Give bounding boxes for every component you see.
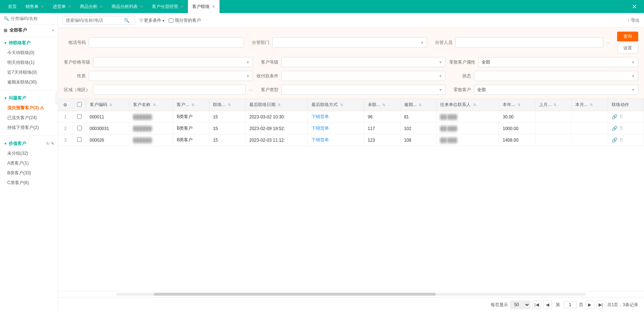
my-customers-checkbox[interactable] [169, 18, 173, 23]
col-header-settings[interactable]: ⚙ [58, 99, 73, 111]
row-checkbox[interactable] [77, 126, 82, 130]
tab-purchase[interactable]: 进货单 ✕ [48, 0, 76, 13]
sort-type[interactable]: ⇅ [192, 103, 194, 107]
sidebar-all-customers[interactable]: ⊞ 全部客户 « [0, 24, 58, 37]
row-year-amount: 1408.00 [499, 134, 535, 146]
close-tab-customer-segment[interactable]: ✕ [180, 4, 184, 9]
sort-last-date[interactable]: ⇅ [278, 103, 281, 107]
sidebar-item-overdue[interactable]: 逾期未联络(30) [0, 77, 58, 87]
sidebar-item-tomorrow[interactable]: 明天待联络(1) [0, 58, 58, 68]
select-all-checkbox[interactable] [77, 102, 82, 107]
sort-last-method[interactable]: ⇅ [340, 103, 343, 107]
zero-attr-select[interactable]: 全部 ▼ [478, 57, 638, 67]
dept-select[interactable]: ▼ [272, 37, 427, 48]
sidebar-item-class-c[interactable]: C类客户(6) [0, 178, 58, 188]
tab-analysis[interactable]: 商品分析 ✕ [76, 0, 107, 13]
person-select[interactable] [455, 37, 603, 48]
region-select[interactable] [93, 85, 246, 95]
status-select[interactable]: ▼ [474, 71, 638, 81]
window-close-button[interactable]: ✕ [628, 3, 640, 10]
close-tab-analysis-list[interactable]: ✕ [140, 4, 143, 9]
zero-customer-select[interactable]: 全部 ▼ [474, 85, 638, 95]
section-title-pending[interactable]: ▼ 待联络客户 [0, 38, 58, 48]
sidebar-search-box[interactable]: 🔍 [0, 13, 58, 24]
sort-year[interactable]: ⇅ [518, 103, 520, 107]
sidebar-item-ungrouped[interactable]: 未分组(32) [0, 149, 58, 158]
tab-customer-segment[interactable]: 客户分层经营 ✕ [148, 0, 188, 13]
sort-last-month[interactable]: ⇅ [554, 103, 556, 107]
tab-customer-contact[interactable]: 客户联络 ✕ [188, 0, 220, 13]
row-checkbox[interactable] [77, 137, 82, 142]
tab-analysis-list[interactable]: 商品分析列表 ✕ [107, 0, 148, 13]
row-last-method-link[interactable]: 下销货单 [311, 137, 329, 142]
export-button[interactable]: ↑ 导出 [627, 17, 640, 24]
query-button[interactable]: 查询 [617, 32, 638, 41]
sort-this-month[interactable]: ⇅ [590, 103, 593, 107]
sidebar-item-7days[interactable]: 近7天待联络(0) [0, 68, 58, 77]
sidebar-item-class-a[interactable]: A类客户(1) [0, 158, 58, 168]
main-search-box[interactable]: 🔍 [63, 16, 135, 25]
scrollbar-thumb[interactable] [154, 293, 435, 296]
main-search-button[interactable]: 🔍 [124, 18, 129, 23]
sidebar-item-declining[interactable]: 持续下滑客户(2) [0, 123, 58, 133]
person-more-button[interactable]: ··· [606, 40, 611, 45]
pagination-bar: 每页显示 50 100 200 |◀ ◀ 第 页 ▶ ▶| 共1页，3条记录 [58, 297, 644, 312]
sidebar-item-today[interactable]: 今天待联络(0) [0, 48, 58, 58]
first-page-button[interactable]: |◀ [532, 300, 541, 309]
my-customers-checkbox-label[interactable]: 我分管的客户 [169, 17, 201, 24]
action-link-icon[interactable]: 🔗 [612, 137, 617, 143]
gender-select[interactable]: ▼ [89, 71, 253, 81]
sort-code[interactable]: ⇅ [109, 103, 112, 107]
action-more-icon[interactable]: ⠿ [620, 137, 623, 143]
row-last-method-link[interactable]: 下销货单 [311, 114, 329, 119]
sidebar-item-churned[interactable]: 已流失客户(24) [0, 113, 58, 123]
next-page-button[interactable]: ▶ [585, 300, 594, 309]
row-checkbox-cell[interactable] [73, 134, 86, 146]
row-last-method-link[interactable]: 下销货单 [311, 126, 329, 131]
row-checkbox-cell[interactable] [73, 123, 86, 134]
tab-home[interactable]: 首页 [4, 0, 21, 13]
price-level-select[interactable]: ▼ [93, 57, 253, 67]
edit-icon[interactable]: ✎ [51, 141, 54, 146]
horizontal-scrollbar[interactable] [116, 293, 586, 296]
row-checkbox[interactable] [77, 114, 82, 119]
close-tab-analysis[interactable]: ✕ [100, 4, 103, 9]
tab-sales[interactable]: 销售单 ✕ [21, 0, 48, 13]
sort-contact-person[interactable]: ⇅ [473, 103, 476, 107]
refresh-icon[interactable]: ↻ [46, 141, 49, 146]
sort-name[interactable]: ⇅ [153, 103, 156, 107]
more-conditions-button[interactable]: ▽ 更多条件 ▾ [140, 17, 164, 24]
phone-input[interactable] [89, 37, 244, 48]
page-number-input[interactable] [564, 301, 577, 308]
section-title-problem[interactable]: ▼ 问题客户 [0, 93, 58, 103]
row-checkbox-cell[interactable] [73, 111, 86, 123]
sort-unlisted[interactable]: ⇅ [382, 103, 385, 107]
close-tab-purchase[interactable]: ✕ [68, 4, 71, 9]
action-link-icon[interactable]: 🔗 [612, 126, 617, 131]
section-title-value[interactable]: ▼ 价值客户 ↻ ✎ [0, 139, 58, 149]
region-more-button[interactable]: ··· [249, 87, 253, 93]
close-tab-customer-contact[interactable]: ✕ [212, 4, 215, 9]
action-link-icon[interactable]: 🔗 [612, 114, 617, 119]
sidebar-item-churn-warning[interactable]: 流失预警客户(3) ⚠ [0, 103, 58, 113]
col-header-checkbox[interactable] [73, 99, 86, 111]
customer-table: ⚙ 客户编码 ⇅ 客户名称 ⇅ [58, 99, 644, 146]
total-info: 共1页，3条记录 [607, 302, 638, 308]
action-more-icon[interactable]: ⠿ [620, 114, 623, 119]
close-tab-sales[interactable]: ✕ [41, 4, 44, 9]
sidebar-item-class-b[interactable]: B类客户(33) [0, 168, 58, 178]
last-page-button[interactable]: ▶| [596, 300, 605, 309]
sort-contact[interactable]: ⇅ [228, 103, 231, 107]
payment-select[interactable]: ▼ [281, 71, 446, 81]
prev-page-button[interactable]: ◀ [543, 300, 552, 309]
action-more-icon[interactable]: ⠿ [620, 126, 623, 131]
customer-type-select[interactable]: ▼ [281, 85, 446, 95]
settings-icon[interactable]: ⚙ [63, 102, 67, 108]
sort-overdue[interactable]: ⇅ [419, 103, 422, 107]
settings-button[interactable]: 设置 [617, 43, 638, 53]
customer-level-select[interactable]: ▼ [281, 57, 446, 67]
main-search-input[interactable] [66, 18, 124, 23]
page-size-select[interactable]: 50 100 200 [510, 301, 530, 309]
row-name: ██████ [129, 123, 173, 134]
sidebar-search-input[interactable] [11, 16, 58, 21]
